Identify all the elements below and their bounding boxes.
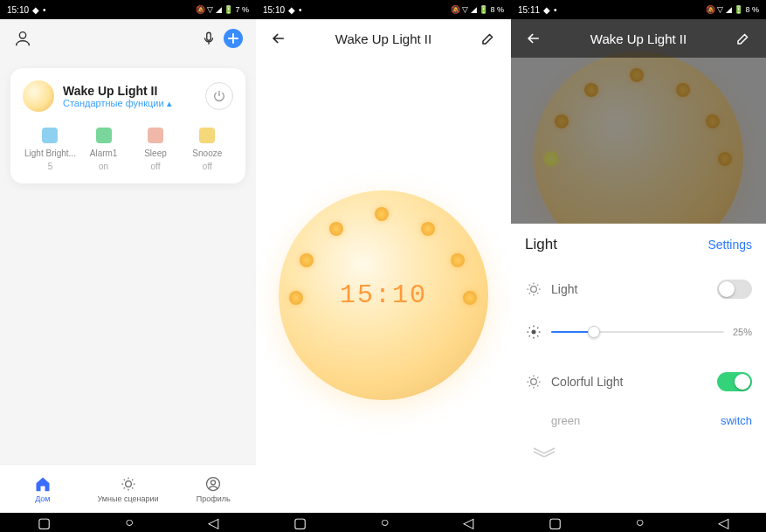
nav-home-icon[interactable]: ○ — [125, 515, 134, 530]
add-button[interactable] — [221, 26, 245, 51]
nav-recent-icon[interactable]: ▢ — [38, 515, 51, 531]
color-name: green — [551, 414, 580, 427]
page-title: Wake Up Light II — [291, 31, 476, 46]
stat-sleep[interactable]: Sleep off — [129, 128, 181, 171]
svg-point-3 — [125, 480, 131, 487]
nav-back-icon[interactable]: ◁ — [718, 515, 728, 531]
page-title: Wake Up Light II — [546, 31, 731, 46]
device-icon — [23, 80, 54, 112]
device-card[interactable]: Wake Up Light II Стандартные функции▴ Li… — [10, 68, 245, 183]
colorful-label: Colorful Light — [551, 375, 708, 389]
device-visual: 15:10 — [256, 58, 511, 532]
device-name: Wake Up Light II — [63, 84, 197, 98]
brightness-value: 25% — [733, 327, 752, 337]
nav-back-icon[interactable]: ◁ — [463, 515, 473, 531]
nav-recent-icon[interactable]: ▢ — [293, 515, 307, 531]
mic-icon[interactable] — [197, 26, 221, 51]
nav-back-icon[interactable]: ◁ — [208, 515, 218, 531]
status-bar: 15:10◆• 🔕 ▽ ◢ 🔋7 % — [0, 0, 256, 19]
svg-point-0 — [19, 32, 25, 38]
clock-display: 15:10 — [340, 280, 427, 310]
svg-point-5 — [211, 480, 216, 484]
brightness-icon — [525, 323, 542, 341]
color-switch[interactable]: switch — [721, 414, 752, 427]
edit-button[interactable] — [731, 26, 756, 51]
bottom-nav: Дом Умные сценарии Профиль — [0, 464, 256, 513]
system-nav: ▢ ○ ◁ — [256, 513, 511, 532]
nav-profile[interactable]: Профиль — [170, 465, 256, 513]
edit-button[interactable] — [476, 26, 500, 51]
settings-link[interactable]: Settings — [707, 238, 752, 252]
power-button[interactable] — [205, 82, 233, 110]
nav-home-icon[interactable]: ○ — [636, 515, 645, 530]
brightness-slider[interactable] — [551, 331, 724, 333]
back-button[interactable] — [521, 26, 546, 51]
system-nav: ▢ ○ ◁ — [511, 513, 766, 532]
status-bar: 15:11◆• 🔕 ▽ ◢ 🔋8 % — [511, 0, 766, 19]
svg-rect-1 — [207, 32, 211, 40]
stat-brightness[interactable]: Light Bright... 5 — [23, 128, 78, 171]
colorful-toggle[interactable] — [717, 372, 752, 391]
light-label: Light — [551, 282, 708, 296]
panel-title: Light — [525, 236, 557, 253]
colorful-icon — [525, 373, 542, 390]
nav-home-icon[interactable]: ○ — [381, 515, 390, 530]
light-icon — [525, 280, 542, 298]
svg-point-6 — [531, 287, 537, 293]
system-nav: ▢ ○ ◁ — [0, 513, 256, 532]
back-button[interactable] — [266, 26, 291, 51]
nav-scenarios[interactable]: Умные сценарии — [86, 465, 171, 513]
expand-handle[interactable] — [525, 439, 752, 464]
svg-point-8 — [531, 379, 537, 385]
stat-snooze[interactable]: Snooze off — [182, 128, 233, 171]
status-bar: 15:10◆• 🔕 ▽ ◢ 🔋8 % — [256, 0, 511, 19]
svg-point-7 — [532, 330, 536, 335]
stat-alarm[interactable]: Alarm1 on — [78, 128, 129, 171]
profile-icon[interactable] — [10, 26, 35, 51]
light-toggle[interactable] — [717, 280, 752, 299]
device-subtitle[interactable]: Стандартные функции▴ — [63, 98, 197, 109]
nav-home[interactable]: Дом — [0, 465, 86, 513]
nav-recent-icon[interactable]: ▢ — [549, 515, 562, 531]
